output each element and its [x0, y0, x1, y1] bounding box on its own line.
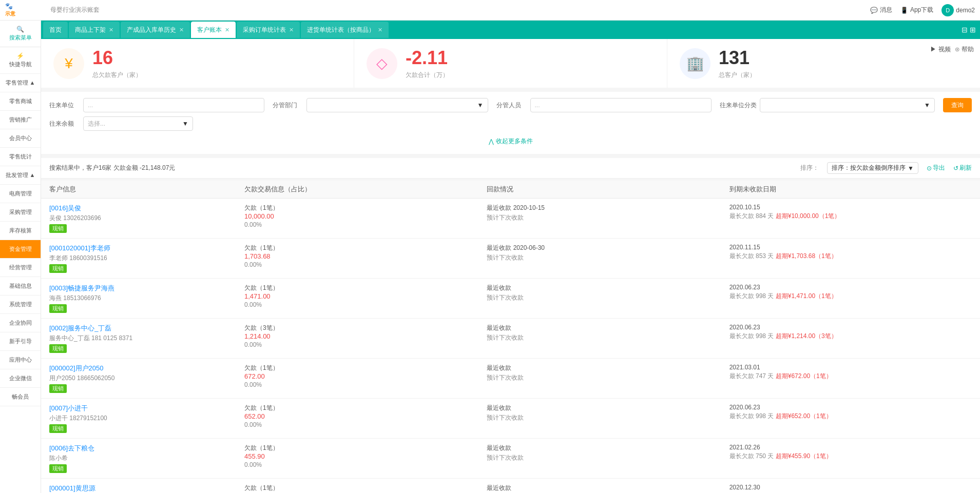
unit-class-select[interactable]: ▼ [760, 98, 935, 112]
sidebar-item-basic-info[interactable]: 基础信息 [0, 277, 41, 295]
debt-cell-6: 欠款（1笔） 455.90 0.00% [244, 444, 487, 468]
table-row: [0006]去下粮仓 陈小希 现销 欠款（1笔） 455.90 0.00% 最近… [41, 439, 980, 479]
debt-cell-4: 欠款（1笔） 672.00 0.00% [244, 364, 487, 388]
table-row: [0002]服务中心_丁磊 服务中心_丁磊 181 0125 8371 现销 欠… [41, 319, 980, 359]
sidebar-item-vip[interactable]: 畅会员 [0, 388, 41, 406]
sidebar-item-member[interactable]: 会员中心 [0, 129, 41, 148]
customer-name-6[interactable]: [0006]去下粮仓 [49, 444, 244, 453]
app-download-btn[interactable]: 📱 App下载 [900, 6, 933, 14]
customer-name-7[interactable]: [000001]黄思源 [49, 484, 244, 493]
customer-tag-1: 现销 [49, 264, 67, 273]
sidebar-item-wholesale-mgmt[interactable]: 批发管理 ▲ [0, 166, 41, 185]
customer-name-1[interactable]: [0001020001]李老师 [49, 244, 244, 253]
unit-class-chevron-icon: ▼ [924, 102, 930, 109]
person-input[interactable]: ... [530, 98, 712, 112]
dept-chevron-icon: ▼ [477, 102, 484, 109]
search-button[interactable]: 查询 [943, 98, 972, 112]
sidebar-item-inventory[interactable]: 库存核算 [0, 222, 41, 240]
export-btn[interactable]: ⊙ 导出 [927, 164, 945, 172]
dept-select[interactable]: ▼ [306, 98, 488, 112]
filter-section: 往来单位 ... 分管部门 ▼ [41, 92, 980, 154]
tab-close-customer-account[interactable]: ✕ [225, 27, 229, 33]
video-btn[interactable]: ▶ 视频 [930, 45, 950, 54]
customer-name-3[interactable]: [0002]服务中心_丁磊 [49, 324, 244, 333]
stats-row: ¥ 16 总欠款客户（家） ◇ -2.11 欠款合计（万） [41, 39, 980, 88]
table-row: [0001020001]李老师 李老师 18600391516 现销 欠款（1笔… [41, 239, 980, 279]
sidebar-item-retail-mgmt[interactable]: 零售管理 ▲ [0, 74, 41, 92]
sidebar-item-collab[interactable]: 企业协同 [0, 314, 41, 332]
top-bar-right: 💬 消息 📱 App下载 D demo2 [870, 4, 975, 16]
search-icon: 🔍 [16, 26, 24, 33]
tab-purchase-stats[interactable]: 采购订单统计表 ✕ [237, 22, 300, 38]
due-cell-1: 2020.11.15 最长欠款 853 天 超期¥1,703.68（1笔） [729, 244, 972, 261]
collect-cell-3: 最近收款 预计下次收款 [487, 324, 729, 342]
table-row: [0016]吴俊 吴俊 13026203696 现销 欠款（1笔） 10,000… [41, 199, 980, 239]
sidebar-item-system[interactable]: 系统管理 [0, 295, 41, 314]
filter-unit-class: 往来单位分类 ▼ [720, 98, 935, 112]
sidebar-item-guide[interactable]: 新手引导 [0, 332, 41, 351]
overdue-link-4[interactable]: 超期¥672.00（1笔） [776, 372, 832, 380]
sidebar-item-retail-mall[interactable]: 零售商城 [0, 92, 41, 111]
collapse-filter-btn[interactable]: ⋀ 收起更多条件 [49, 135, 972, 148]
tab-product-listing[interactable]: 商品上下架 ✕ [69, 22, 120, 38]
overdue-link-6[interactable]: 超期¥455.90（1笔） [776, 452, 832, 460]
customer-tag-6: 现销 [49, 464, 67, 473]
sidebar-item-marketing[interactable]: 营销推广 [0, 111, 41, 129]
sidebar-item-finance[interactable]: 资金管理 [0, 240, 41, 259]
customer-name-5[interactable]: [0007]小进干 [49, 404, 244, 413]
sidebar-item-purchase-mgmt[interactable]: 采购管理 [0, 203, 41, 222]
sidebar-item-retail-stats[interactable]: 零售统计 [0, 148, 41, 166]
balance-chevron-icon: ▼ [182, 120, 188, 127]
results-actions: 排序： 排序：按欠款金额倒序排序 ▼ ⊙ 导出 ↺ 刷新 [800, 162, 972, 174]
from-unit-input[interactable]: ... [83, 98, 264, 112]
tab-production-history[interactable]: 产成品入库单历史 ✕ [121, 22, 190, 38]
sort-select[interactable]: 排序：按欠款金额倒序排序 ▼ [827, 162, 918, 174]
tab-close-product-listing[interactable]: ✕ [109, 27, 113, 33]
customer-name-2[interactable]: [0003]畅捷服务尹海燕 [49, 284, 244, 293]
debt-total-icon: ◇ [367, 48, 397, 79]
tab-customer-account[interactable]: 客户账本 ✕ [191, 22, 236, 38]
balance-select[interactable]: 选择... ▼ [83, 116, 193, 131]
overdue-link-2[interactable]: 超期¥1,471.00（1笔） [776, 292, 837, 300]
collect-cell-6: 最近收款 预计下次收款 [487, 444, 729, 462]
customer-name-0[interactable]: [0016]吴俊 [49, 204, 244, 213]
tab-close-purchase-stats[interactable]: ✕ [289, 27, 294, 33]
message-icon: 💬 [870, 7, 878, 14]
help-btn[interactable]: ⊙ 帮助 [955, 45, 974, 54]
overdue-link-1[interactable]: 超期¥1,703.68（1笔） [776, 252, 837, 260]
collect-cell-4: 最近收款 预计下次收款 [487, 364, 729, 382]
sidebar-search[interactable]: 🔍 搜索菜单 [0, 21, 41, 47]
sidebar-item-apps[interactable]: 应用中心 [0, 351, 41, 369]
message-btn[interactable]: 💬 消息 [870, 6, 892, 14]
tab-inbound-stats[interactable]: 进货单统计表（按商品） ✕ [301, 22, 389, 38]
tab-maximize-icon[interactable]: ⊞ [970, 26, 976, 34]
collect-cell-1: 最近收款 2020-06-30 预计下次收款 [487, 244, 729, 262]
sort-chevron-icon: ▼ [908, 165, 914, 172]
due-cell-2: 2020.06.23 最长欠款 998 天 超期¥1,471.00（1笔） [729, 284, 972, 301]
customer-phone-6: 陈小希 [49, 454, 244, 463]
sidebar-item-ecommerce[interactable]: 电商管理 [0, 185, 41, 203]
tab-close-production-history[interactable]: ✕ [179, 27, 184, 33]
dept-label: 分管部门 [273, 101, 303, 110]
customer-name-4[interactable]: [000002]用户2050 [49, 364, 244, 373]
debt-cell-0: 欠款（1笔） 10,000.00 0.00% [244, 204, 487, 228]
refresh-icon: ↺ [953, 165, 958, 172]
sidebar-item-operations[interactable]: 经营管理 [0, 259, 41, 277]
sidebar-item-wechat[interactable]: 企业微信 [0, 369, 41, 388]
total-customers-icon: 🏢 [680, 48, 710, 79]
customer-phone-5: 小进干 18279152100 [49, 414, 244, 423]
data-table: 客户信息 欠款交易信息（占比） 回款情况 到期未收款日期 [0016]吴俊 吴俊… [41, 181, 980, 493]
header-collect-status: 回款情况 [487, 185, 729, 194]
debt-cell-1: 欠款（1笔） 1,703.68 0.00% [244, 244, 487, 268]
tab-close-inbound-stats[interactable]: ✕ [378, 27, 382, 33]
sidebar-quick-nav[interactable]: ⚡ 快捷导航 [0, 47, 41, 74]
overdue-link-5[interactable]: 超期¥652.00（1笔） [776, 412, 832, 420]
tab-home[interactable]: 首页 [43, 22, 68, 38]
stat-card-debt-total: ◇ -2.11 欠款合计（万） [354, 39, 667, 88]
customer-cell-2: [0003]畅捷服务尹海燕 海燕 18513066976 现销 [49, 284, 244, 313]
tab-minimize-icon[interactable]: ⊟ [962, 26, 968, 34]
user-avatar-btn[interactable]: D demo2 [941, 4, 975, 16]
refresh-btn[interactable]: ↺ 刷新 [953, 164, 972, 172]
overdue-link-3[interactable]: 超期¥1,214.00（3笔） [776, 332, 837, 340]
overdue-link-0[interactable]: 超期¥10,000.00（1笔） [776, 212, 841, 220]
